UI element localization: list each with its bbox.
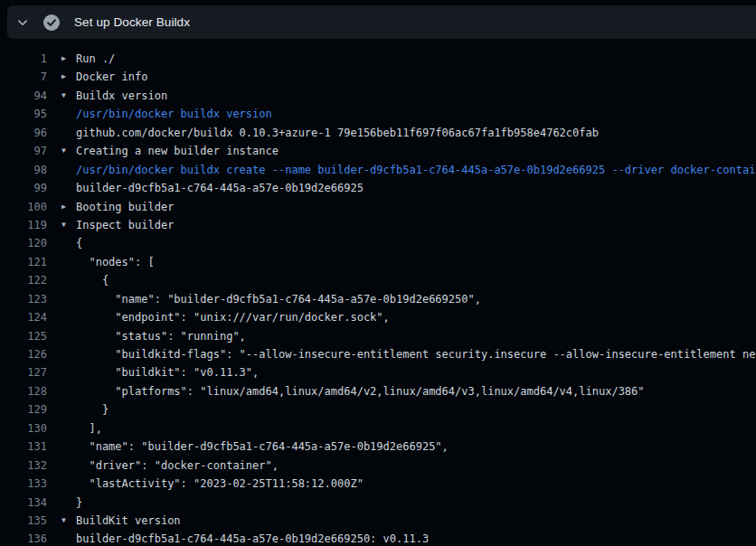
line-number[interactable]: 134: [0, 494, 47, 512]
line-indent: [61, 124, 76, 142]
group-collapsed-icon[interactable]: ▶: [61, 198, 76, 216]
line-indent: [61, 327, 76, 345]
line-number[interactable]: 121: [0, 253, 47, 271]
log-line: 1▶Run ./: [0, 50, 756, 68]
log-group-title[interactable]: Buildx version: [76, 87, 167, 105]
line-number[interactable]: 129: [0, 400, 47, 419]
line-number[interactable]: 131: [0, 438, 47, 456]
line-indent: [61, 290, 76, 308]
log-line: 129 }: [0, 400, 756, 419]
log-output-text: "buildkitd-flags": "--allow-insecure-ent…: [76, 345, 756, 363]
line-number[interactable]: 122: [0, 271, 47, 289]
group-expanded-icon[interactable]: ▼: [61, 142, 76, 160]
group-collapsed-icon[interactable]: ▶: [61, 68, 76, 86]
line-number[interactable]: 135: [0, 512, 47, 530]
line-number[interactable]: 133: [0, 475, 47, 493]
line-number[interactable]: 128: [0, 382, 47, 400]
log-output-text: builder-d9cfb5a1-c764-445a-a57e-0b19d2e6…: [76, 530, 429, 546]
log-line: 136builder-d9cfb5a1-c764-445a-a57e-0b19d…: [0, 530, 756, 546]
line-indent: [61, 363, 76, 381]
group-expanded-icon[interactable]: ▼: [61, 87, 76, 105]
log-output-text: {: [76, 271, 109, 289]
line-indent: [61, 419, 76, 438]
step-header[interactable]: Set up Docker Buildx: [7, 5, 756, 39]
line-number[interactable]: 123: [0, 290, 47, 308]
log-line: 125 "status": "running",: [0, 327, 756, 345]
line-indent: [61, 345, 76, 363]
line-number[interactable]: 7: [0, 68, 47, 86]
log-line: 119▼Inspect builder: [0, 216, 756, 234]
log-line: 99builder-d9cfb5a1-c764-445a-a57e-0b19d2…: [0, 179, 756, 197]
line-number[interactable]: 120: [0, 234, 47, 252]
line-number[interactable]: 119: [0, 216, 47, 234]
line-indent: [61, 308, 76, 326]
log-output-text: "buildkit": "v0.11.3",: [76, 363, 259, 381]
line-indent: [61, 234, 76, 252]
line-number[interactable]: 94: [0, 87, 47, 105]
log-line: 132 "driver": "docker-container",: [0, 457, 756, 475]
log-output-text: ],: [76, 419, 102, 438]
log-group-title[interactable]: Creating a new builder instance: [76, 142, 279, 160]
group-collapsed-icon[interactable]: ▶: [61, 50, 76, 68]
log-group-title[interactable]: Booting builder: [76, 198, 174, 216]
line-number[interactable]: 100: [0, 198, 47, 216]
line-indent: [61, 253, 76, 271]
line-indent: [61, 271, 76, 289]
log-line: 128 "platforms": "linux/amd64,linux/amd6…: [0, 382, 756, 400]
line-indent: [61, 400, 76, 419]
line-number[interactable]: 126: [0, 345, 47, 363]
line-number[interactable]: 125: [0, 327, 47, 345]
log-output-text: "lastActivity": "2023-02-25T11:58:12.000…: [76, 475, 364, 493]
log-line: 123 "name": "builder-d9cfb5a1-c764-445a-…: [0, 290, 756, 308]
log-output-text: }: [76, 400, 109, 419]
log-line: 94▼Buildx version: [0, 87, 756, 105]
line-indent: [61, 161, 76, 179]
line-number[interactable]: 99: [0, 179, 47, 197]
log-output-text: builder-d9cfb5a1-c764-445a-a57e-0b19d2e6…: [76, 179, 364, 197]
log-output-text: github.com/docker/buildx 0.10.3+azure-1 …: [76, 124, 599, 142]
log-line: 130 ],: [0, 419, 756, 438]
line-number[interactable]: 127: [0, 363, 47, 381]
line-indent: [61, 475, 76, 493]
line-indent: [61, 530, 76, 546]
log-line: 95/usr/bin/docker buildx version: [0, 105, 756, 123]
log-line: 96github.com/docker/buildx 0.10.3+azure-…: [0, 124, 756, 142]
log-line: 120{: [0, 234, 756, 252]
log-output-text: "platforms": "linux/amd64,linux/amd64/v2…: [76, 382, 645, 400]
log-area: 1▶Run ./7▶Docker info94▼Buildx version95…: [0, 39, 756, 546]
line-number[interactable]: 132: [0, 457, 47, 475]
log-group-title[interactable]: Docker info: [76, 68, 147, 86]
log-group-title[interactable]: Run ./: [76, 50, 115, 68]
line-number[interactable]: 1: [0, 50, 47, 68]
line-indent: [61, 105, 76, 123]
line-number[interactable]: 97: [0, 142, 47, 160]
line-number[interactable]: 124: [0, 308, 47, 326]
line-number[interactable]: 95: [0, 105, 47, 123]
line-number[interactable]: 130: [0, 419, 47, 438]
log-output-text: "driver": "docker-container",: [76, 457, 279, 475]
line-indent: [61, 438, 76, 456]
line-indent: [61, 494, 76, 512]
log-output-text: }: [76, 494, 82, 512]
log-line: 126 "buildkitd-flags": "--allow-insecure…: [0, 345, 756, 363]
line-number[interactable]: 98: [0, 161, 47, 179]
line-number[interactable]: 96: [0, 124, 47, 142]
line-number[interactable]: 136: [0, 530, 47, 546]
log-group-title[interactable]: Inspect builder: [76, 216, 174, 234]
chevron-down-icon[interactable]: [7, 17, 38, 28]
log-line: 121 "nodes": [: [0, 253, 756, 271]
log-line: 97▼Creating a new builder instance: [0, 142, 756, 160]
log-line: 134}: [0, 494, 756, 512]
log-group-title[interactable]: BuildKit version: [76, 512, 181, 530]
line-indent: [61, 382, 76, 400]
group-expanded-icon[interactable]: ▼: [61, 216, 76, 234]
group-expanded-icon[interactable]: ▼: [61, 512, 76, 530]
check-circle-icon: [38, 14, 65, 31]
log-line: 7▶Docker info: [0, 68, 756, 86]
workflow-step-log-panel: Set up Docker Buildx 1▶Run ./7▶Docker in…: [0, 0, 756, 546]
log-output-text: "endpoint": "unix:///var/run/docker.sock…: [76, 308, 390, 326]
step-title: Set up Docker Buildx: [74, 15, 190, 29]
log-command-text: /usr/bin/docker buildx create --name bui…: [76, 161, 756, 179]
line-indent: [61, 457, 76, 475]
log-line: 100▶Booting builder: [0, 198, 756, 216]
